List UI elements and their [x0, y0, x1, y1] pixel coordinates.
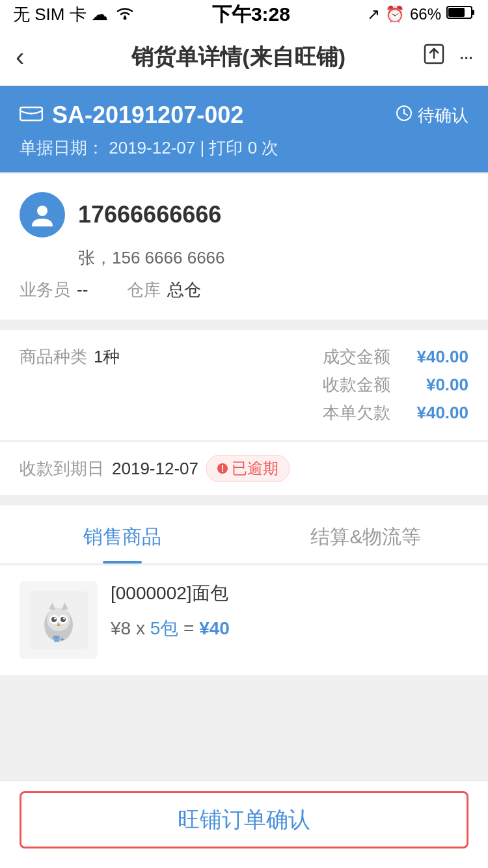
- transaction-amount: 成交金额 ¥40.00: [323, 346, 468, 368]
- tab-settlement[interactable]: 结算&物流等: [244, 506, 488, 563]
- overdue-icon: !: [217, 463, 228, 474]
- product-name: [0000002]面包: [111, 581, 468, 606]
- tabs-section: 销售商品 结算&物流等: [0, 506, 488, 564]
- overdue-badge: ! 已逾期: [206, 455, 290, 482]
- order-status: 待确认: [396, 104, 468, 127]
- table-row: 管+ [0000002]面包 ¥8 x 5包 = ¥40: [0, 565, 488, 675]
- back-button[interactable]: ‹: [16, 42, 55, 72]
- customer-phone: 17666666666: [78, 201, 221, 228]
- bottom-bar: 旺铺订单确认: [0, 780, 488, 868]
- svg-rect-2: [472, 10, 474, 15]
- received-amount: 收款金额 ¥0.00: [323, 373, 468, 396]
- order-id: SA-20191207-002: [20, 102, 243, 129]
- sales-info: 业务员 --: [20, 278, 88, 301]
- product-list: 管+ [0000002]面包 ¥8 x 5包 = ¥40: [0, 565, 488, 675]
- clock-icon: [396, 105, 413, 126]
- due-date-value: 2019-12-07: [112, 459, 198, 479]
- order-header: SA-20191207-002 待确认 单据日期： 2019-12-07 | 打…: [0, 86, 488, 172]
- product-price: ¥8 x 5包 = ¥40: [111, 616, 468, 641]
- summary-section: 商品种类 1种 成交金额 ¥40.00 收款金额 ¥0.00 本单欠款 ¥40.…: [0, 330, 488, 440]
- share-button[interactable]: [422, 42, 446, 72]
- customer-info: 17666666666 张，156 6666 6666 业务员 -- 仓库 总仓: [0, 174, 488, 319]
- battery-icon: [446, 5, 475, 23]
- location-icon: ↗: [367, 5, 380, 23]
- category-info: 商品种类 1种: [20, 346, 120, 368]
- tab-products[interactable]: 销售商品: [0, 506, 244, 563]
- svg-point-22: [63, 617, 65, 619]
- status-time: 下午3:28: [212, 1, 290, 28]
- svg-point-20: [61, 617, 66, 622]
- page-title: 销货单详情(来自旺铺): [55, 42, 422, 72]
- more-button[interactable]: ···: [459, 45, 472, 69]
- svg-rect-3: [448, 8, 465, 17]
- order-icon: [20, 102, 43, 129]
- svg-text:管+: 管+: [53, 635, 64, 643]
- avatar: [20, 192, 65, 237]
- status-left: 无 SIM 卡 ☁: [13, 3, 135, 26]
- wifi-icon: [115, 5, 135, 25]
- svg-point-19: [51, 617, 57, 622]
- product-thumbnail: 管+: [20, 581, 98, 659]
- due-label: 收款到期日: [20, 457, 104, 480]
- due-date-section: 收款到期日 2019-12-07 ! 已逾期: [0, 441, 488, 495]
- warehouse-info: 仓库 总仓: [127, 278, 201, 301]
- overdue-text: 已逾期: [232, 458, 278, 479]
- svg-line-10: [404, 113, 407, 115]
- battery-text: 66%: [410, 5, 441, 23]
- owed-amount: 本单欠款 ¥40.00: [323, 401, 468, 424]
- confirm-order-button[interactable]: 旺铺订单确认: [20, 791, 468, 848]
- product-details: [0000002]面包 ¥8 x 5包 = ¥40: [111, 581, 468, 641]
- alarm-icon: ⏰: [385, 5, 405, 23]
- order-date: 单据日期： 2019-12-07 | 打印 0 次: [20, 137, 468, 159]
- status-bar: 无 SIM 卡 ☁ 下午3:28 ↗ ⏰ 66%: [0, 0, 488, 29]
- amounts: 成交金额 ¥40.00 收款金额 ¥0.00 本单欠款 ¥40.00: [323, 346, 468, 424]
- status-text: 待确认: [418, 104, 468, 127]
- svg-point-0: [123, 16, 126, 20]
- order-number: SA-20191207-002: [52, 102, 243, 129]
- customer-name-phone: 张，156 6666 6666: [78, 247, 468, 269]
- nav-bar: ‹ 销货单详情(来自旺铺) ···: [0, 29, 488, 86]
- nav-actions: ···: [422, 42, 472, 72]
- status-right: ↗ ⏰ 66%: [367, 5, 475, 23]
- no-sim-text: 无 SIM 卡 ☁: [13, 3, 108, 26]
- svg-point-21: [54, 617, 56, 619]
- svg-point-11: [37, 206, 47, 216]
